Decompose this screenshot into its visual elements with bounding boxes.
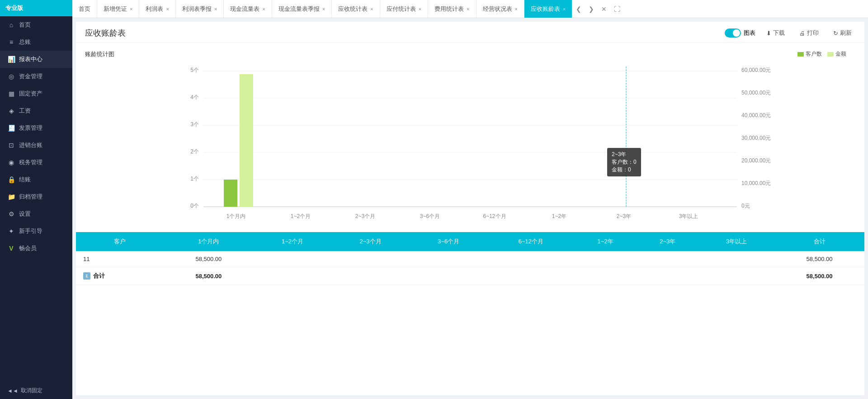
tab-business-status-close[interactable]: × — [515, 6, 518, 12]
member-icon: V — [7, 245, 15, 252]
toggle-knob[interactable] — [725, 28, 741, 38]
chart-toggle[interactable]: 图表 — [725, 28, 755, 38]
sidebar-item-guide[interactable]: ✦ 新手引导 — [0, 223, 72, 240]
col-y1-2: 1~2年 — [574, 232, 637, 251]
tab-profit-label: 利润表 — [146, 5, 163, 13]
tab-ar-aging-label: 应收账龄表 — [531, 5, 560, 13]
tab-cashflow-quarter-close[interactable]: × — [322, 6, 325, 12]
sidebar-item-payroll[interactable]: ◈ 工资 — [0, 102, 72, 119]
tab-profit-quarter[interactable]: 利润表季报 × — [176, 0, 224, 18]
tab-cashflow-quarter[interactable]: 现金流量表季报 × — [272, 0, 332, 18]
legend-amount: 金额 — [827, 50, 846, 58]
tab-cashflow-close[interactable]: × — [262, 6, 265, 12]
tab-ap-stats[interactable]: 应付统计表 × — [380, 0, 428, 18]
sidebar-item-label: 进销台账 — [19, 141, 42, 149]
sidebar-item-label: 发票管理 — [19, 124, 42, 132]
app-logo: 专业版 — [0, 0, 72, 16]
tab-profit[interactable]: 利润表 × — [139, 0, 175, 18]
page-title: 应收账龄表 — [85, 28, 126, 38]
sidebar-item-tax[interactable]: ◉ 税务管理 — [0, 154, 72, 171]
tab-ar-stats-close[interactable]: × — [370, 6, 373, 12]
content-area: 应收账龄表 图表 ⬇ 下载 🖨 打印 ↻ 刷新 — [76, 22, 864, 395]
tab-expense-stats[interactable]: 费用统计表 × — [428, 0, 476, 18]
tab-business-status[interactable]: 经营状况表 × — [476, 0, 524, 18]
tab-home[interactable]: 首页 — [72, 0, 97, 18]
tab-profit-quarter-label: 利润表季报 — [182, 5, 212, 13]
chart-title: 账龄统计图 — [85, 50, 855, 58]
cell-y2-3 — [637, 251, 699, 267]
sidebar-item-label: 首页 — [19, 21, 31, 29]
svg-text:1个月内: 1个月内 — [226, 213, 246, 219]
cell-total: 58,500.00 — [774, 251, 864, 267]
sidebar-item-member[interactable]: V 畅会员 — [0, 240, 72, 257]
tab-close-all[interactable]: ✕ — [598, 0, 610, 18]
svg-text:50,000.00元: 50,000.00元 — [741, 90, 771, 96]
tab-ap-stats-close[interactable]: × — [419, 6, 421, 12]
svg-text:3个: 3个 — [190, 121, 199, 128]
refresh-label: 刷新 — [840, 29, 852, 37]
collapse-sidebar-button[interactable]: ◄◄ 取消固定 — [0, 382, 72, 399]
cell-customer: 11 — [76, 251, 164, 267]
total-y3plus — [698, 267, 774, 285]
col-y2-3: 2~3年 — [637, 232, 699, 251]
chart-legend: 客户数 金额 — [797, 50, 846, 58]
total-m3-6 — [410, 267, 488, 285]
svg-text:40,000.00元: 40,000.00元 — [741, 112, 771, 119]
sidebar-item-inventory[interactable]: ⊡ 进销台账 — [0, 137, 72, 154]
table-header-row: 客户 1个月内 1~2个月 2~3个月 3~6个月 6~12个月 1~2年 2~… — [76, 232, 864, 251]
total-icon: Σ — [83, 272, 90, 280]
sidebar-item-reports[interactable]: 📊 报表中心 — [0, 51, 72, 68]
svg-text:1个: 1个 — [190, 176, 199, 182]
total-label-cell: Σ 合计 — [76, 267, 164, 285]
sidebar-item-ledger[interactable]: ≡ 总账 — [0, 33, 72, 51]
col-m2-3: 2~3个月 — [331, 232, 410, 251]
tab-bar: 首页 新增凭证 × 利润表 × 利润表季报 × 现金流量表 × 现金流量表季报 … — [72, 0, 868, 18]
invoices-icon: 🧾 — [7, 124, 15, 132]
sidebar-item-label: 设置 — [19, 210, 31, 218]
refresh-button[interactable]: ↻ 刷新 — [830, 27, 855, 39]
svg-text:30,000.00元: 30,000.00元 — [741, 135, 771, 141]
svg-text:1~2个月: 1~2个月 — [291, 213, 311, 219]
tab-profit-quarter-close[interactable]: × — [214, 6, 217, 12]
tab-ar-aging[interactable]: 应收账龄表 × — [524, 0, 572, 18]
sidebar-item-archive[interactable]: 📁 归档管理 — [0, 188, 72, 205]
tab-expense-stats-close[interactable]: × — [467, 6, 469, 12]
total-m6-12 — [487, 267, 574, 285]
sidebar-item-label: 新手引导 — [19, 227, 42, 235]
print-button[interactable]: 🖨 打印 — [796, 27, 822, 39]
sidebar-item-label: 工资 — [19, 107, 31, 115]
sidebar-item-invoices[interactable]: 🧾 发票管理 — [0, 119, 72, 137]
tab-voucher[interactable]: 新增凭证 × — [97, 0, 139, 18]
print-label: 打印 — [807, 29, 819, 37]
bar-m1-amount — [240, 74, 253, 207]
settings-icon: ⚙ — [7, 210, 15, 218]
tab-profit-close[interactable]: × — [166, 6, 169, 12]
svg-text:20,000.00元: 20,000.00元 — [741, 157, 771, 164]
home-icon: ⌂ — [7, 21, 15, 28]
sidebar: 专业版 ⌂ 首页 ≡ 总账 📊 报表中心 ◎ 资金管理 ▦ 固定资产 ◈ 工资 … — [0, 0, 72, 399]
ledger-icon: ≡ — [7, 38, 15, 46]
assets-icon: ▦ — [7, 90, 15, 97]
payroll-icon: ◈ — [7, 107, 15, 114]
total-y1-2 — [574, 267, 637, 285]
tab-voucher-close[interactable]: × — [130, 6, 132, 12]
tab-scroll-right[interactable]: ❯ — [585, 0, 598, 18]
sidebar-item-label: 归档管理 — [19, 193, 42, 201]
sidebar-item-home[interactable]: ⌂ 首页 — [0, 16, 72, 33]
sidebar-item-settings[interactable]: ⚙ 设置 — [0, 205, 72, 223]
sidebar-item-funds[interactable]: ◎ 资金管理 — [0, 68, 72, 85]
download-button[interactable]: ⬇ 下载 — [763, 27, 788, 39]
sidebar-item-closing[interactable]: 🔒 结账 — [0, 171, 72, 188]
page-header: 应收账龄表 图表 ⬇ 下载 🖨 打印 ↻ 刷新 — [76, 22, 864, 43]
sidebar-item-assets[interactable]: ▦ 固定资产 — [0, 85, 72, 102]
tab-scroll-left[interactable]: ❮ — [572, 0, 585, 18]
sidebar-item-label: 固定资产 — [19, 90, 42, 98]
aging-table: 客户 1个月内 1~2个月 2~3个月 3~6个月 6~12个月 1~2年 2~… — [76, 232, 864, 285]
cell-m1: 58,500.00 — [164, 251, 254, 267]
tab-ar-stats[interactable]: 应收统计表 × — [332, 0, 380, 18]
tab-cashflow[interactable]: 现金流量表 × — [224, 0, 272, 18]
collapse-icon: ◄◄ — [7, 388, 18, 394]
tab-fullscreen[interactable]: ⛶ — [610, 0, 624, 18]
tab-ar-stats-label: 应收统计表 — [338, 5, 368, 13]
tab-ar-aging-close[interactable]: × — [563, 6, 566, 12]
